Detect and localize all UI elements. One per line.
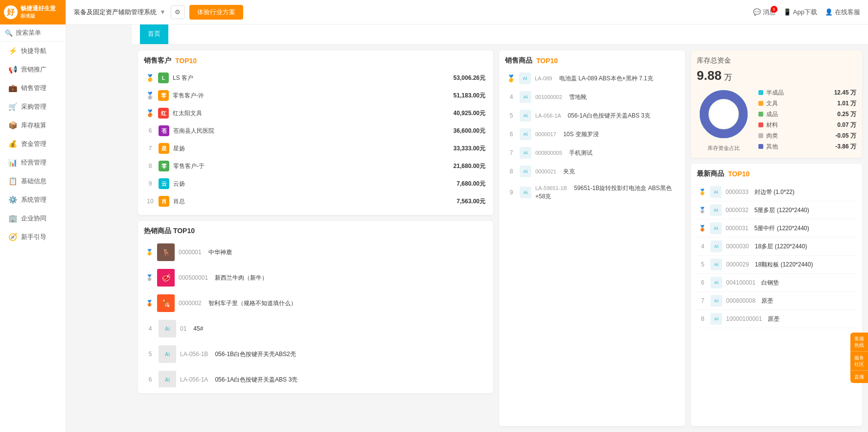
sidebar-item-marketing[interactable]: 📢 营销推广: [0, 60, 66, 79]
product-image: Ai: [710, 222, 722, 234]
system-icon: ⚙️: [8, 195, 17, 204]
product-image: Ai: [520, 166, 531, 177]
service-hotline-button[interactable]: 客服热线: [850, 333, 868, 352]
main-content: 首页 销售客户 TOP10 🥇 L LS 客户 53,006.26元: [132, 24, 868, 432]
legend-dot: [758, 133, 763, 138]
customer-name: 云扬: [173, 180, 453, 188]
sidebar-item-purchase[interactable]: 🛒 采购管理: [0, 97, 66, 116]
app-icon: 📱: [783, 8, 791, 16]
legend-item: 肉类 -0.05 万: [758, 132, 856, 140]
product-code: 0000031: [726, 225, 749, 232]
product-image: Ai: [710, 240, 722, 252]
product-code: LA-59651-1B: [535, 185, 572, 191]
message-button[interactable]: 💬 消息 6: [753, 8, 776, 17]
legend-dot: [758, 112, 763, 117]
product-name: 056-1A白色按键开关盖ABS 3克: [568, 112, 650, 119]
sidebar-item-basic[interactable]: 📋 基础信息: [0, 172, 66, 191]
service-buttons: 客服热线 服务社区 直播: [850, 333, 868, 383]
medal-icon: 🥈: [146, 274, 153, 281]
product-code: 0000017: [535, 131, 562, 137]
hot-products-card: 热销商品 TOP10 🥇 🦌 0000001 中华神鹿 🥈 �: [138, 221, 493, 393]
product-image: Ai: [710, 204, 722, 216]
hot-product-item: 5 Ai LA-056-1B 056-1B白色按键开关壳ABS2壳: [144, 342, 487, 366]
medal-icon: 🥇: [146, 249, 153, 256]
rank-number: 4: [699, 243, 707, 250]
rank-number: 8: [699, 315, 707, 322]
sidebar-item-label: 基础信息: [21, 177, 46, 186]
sidebar-item-label: 采购管理: [21, 102, 46, 111]
legend-item: 成品 0.25 万: [758, 110, 856, 119]
inventory-unit: 万: [724, 73, 732, 81]
sidebar-item-inventory[interactable]: 📦 库存核算: [0, 116, 66, 135]
sales-product-list: 🥇 Ai LA-089 电池盖 LA-089 ABS本色+黑种 7.1克 4 A…: [505, 70, 679, 203]
legend-name: 肉类: [766, 132, 832, 140]
trial-button[interactable]: 体验行业方案: [189, 5, 243, 20]
hot-product-image: Ai: [159, 371, 176, 387]
right-panel: 库存总资金 9.88 万: [691, 50, 862, 426]
customer-value: 7,563.00元: [457, 197, 485, 206]
online-service-button[interactable]: 👤 在线客服: [825, 8, 860, 17]
product-name: 白钢垫: [761, 279, 854, 287]
sidebar-item-guide[interactable]: 🧭 新手引导: [0, 228, 66, 246]
customer-rank-list: 🥇 L LS 客户 53,006.26元 🥈 零 零售客户-许 51,183.0…: [144, 70, 487, 209]
customer-name: 零售客户-于: [173, 162, 450, 170]
hot-product-image: 🥩: [157, 269, 175, 287]
operation-icon: 📊: [8, 158, 17, 167]
rank-number: 6: [699, 279, 707, 286]
system-selector[interactable]: 装备及固定资产辅助管理系统 ▼: [74, 8, 166, 17]
rank-number: 7: [699, 297, 707, 304]
product-code: LA-056-1A: [535, 113, 566, 119]
service-live-button[interactable]: 直播: [850, 371, 868, 383]
rank-number: 4: [146, 325, 155, 332]
service-label: 在线客服: [835, 8, 860, 17]
rank-number: 5: [699, 261, 707, 268]
sidebar-item-system[interactable]: ⚙️ 系统管理: [0, 191, 66, 209]
sales-product-item: 5 Ai LA-056-1A 056-1A白色按键开关盖ABS 3克: [505, 107, 679, 124]
marketing-icon: 📢: [8, 65, 17, 74]
sidebar-item-sales[interactable]: 💼 销售管理: [0, 79, 66, 97]
legend-name: 半成品: [766, 89, 831, 97]
legend-item: 文具 1.01 万: [758, 99, 856, 108]
service-community-button[interactable]: 服务社区: [850, 352, 868, 371]
app-download-button[interactable]: 📱 App下载: [783, 8, 817, 17]
legend-name: 材料: [766, 121, 834, 129]
customer-value: 53,006.26元: [454, 74, 485, 82]
sidebar-item-finance[interactable]: 💰 资金管理: [0, 135, 66, 153]
product-name: 18颗粒板 (1220*2440): [755, 261, 854, 269]
donut-chart: [697, 87, 751, 141]
hot-product-item: 🥈 🥩 000500001 新西兰牛肉（新牛）: [144, 266, 487, 289]
sales-product-item: 8 Ai 0000021 夹克: [505, 163, 679, 180]
tab-home[interactable]: 首页: [140, 24, 168, 44]
customer-rank-item: 9 云 云扬 7,680.00元: [144, 176, 487, 192]
customer-avatar: 零: [159, 161, 169, 171]
service-icon: 👤: [825, 8, 833, 16]
product-name: 雪地靴: [569, 94, 587, 100]
sidebar-item-shortcut[interactable]: ⚡ 快捷导航: [0, 42, 66, 60]
rank-number: 7: [146, 145, 155, 152]
sidebar-item-operation[interactable]: 📊 经营管理: [0, 153, 66, 172]
medal-icon: 🥉: [146, 300, 153, 307]
inventory-value: 9.88: [697, 68, 722, 83]
customer-avatar: 云: [159, 178, 169, 189]
legend-dot: [758, 122, 763, 127]
legend-name: 文具: [766, 99, 834, 108]
search-icon: 🔍: [5, 29, 13, 37]
logo-text: 畅捷通好生意: [21, 5, 56, 13]
newest-product-item: 6 Ai 004100001 白钢垫: [697, 274, 856, 292]
legend-value: 1.01 万: [837, 99, 856, 108]
sidebar-item-company[interactable]: 🏢 企业协同: [0, 209, 66, 228]
settings-button[interactable]: ⚙: [171, 5, 184, 19]
product-code: 0000030: [726, 243, 749, 250]
product-image: Ai: [710, 186, 722, 198]
product-image: Ai: [519, 72, 531, 84]
inventory-card: 库存总资金 9.88 万: [691, 50, 862, 158]
legend-value: -3.86 万: [835, 143, 856, 151]
hot-product-code: 0000002: [179, 300, 202, 307]
medal-icon: 🥈: [699, 207, 706, 214]
app-logo: 好 畅捷通好生意 标准版: [0, 0, 66, 24]
sales-product-item: 7 Ai 000800005 手机测试: [505, 144, 679, 161]
product-image: Ai: [520, 128, 531, 140]
search-menu[interactable]: 🔍 搜索菜单: [0, 24, 66, 42]
rank-number: 8: [507, 168, 516, 175]
hot-product-code: LA-056-1A: [180, 376, 208, 383]
